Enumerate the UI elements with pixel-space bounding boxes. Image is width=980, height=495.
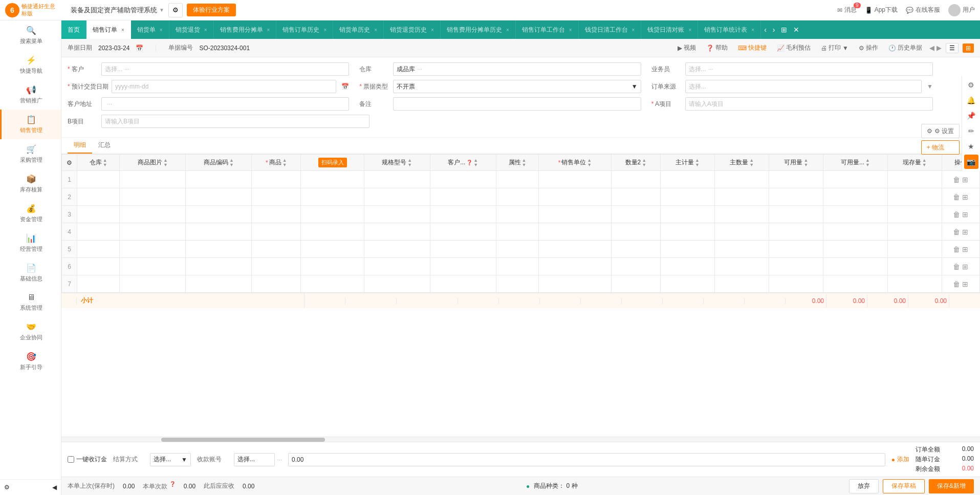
cell-main-qty-3[interactable]	[715, 206, 769, 223]
tab-detail[interactable]: 明细	[68, 138, 92, 154]
cell-warehouse-5[interactable]	[77, 241, 120, 258]
th-main-qty[interactable]: 主数量 ▲▼	[715, 155, 769, 171]
delivery-date-icon[interactable]: 📅	[341, 83, 349, 90]
cell-main-unit-4[interactable]	[660, 223, 714, 241]
cell-warehouse-7[interactable]	[77, 275, 120, 293]
th-qty2[interactable]: 数量2 ▲▼	[611, 155, 660, 171]
cell-available-3[interactable]	[769, 206, 823, 223]
th-spec-type[interactable]: 规格型号 ▲▼	[364, 155, 430, 171]
cell-product-1[interactable]	[252, 171, 301, 188]
tab-prev-button[interactable]: ‹	[761, 26, 770, 34]
settings-float-button[interactable]: ⚙ ⚙ 设置	[921, 124, 960, 138]
cell-available2-3[interactable]	[823, 206, 887, 223]
system-title[interactable]: 装备及固定资产辅助管理系统 ▼	[71, 6, 164, 15]
tab-sales-expense-history[interactable]: 销售费用分摊单历史 ×	[441, 20, 516, 39]
cell-available-4[interactable]	[769, 223, 823, 241]
cell-spec-3[interactable]	[364, 206, 430, 223]
cell-attribute-3[interactable]	[496, 206, 538, 223]
salesperson-input[interactable]: 选择... ···	[685, 62, 933, 76]
cell-current-stock-6[interactable]	[887, 258, 942, 275]
cell-qty2-1[interactable]	[611, 171, 660, 188]
cell-warehouse-4[interactable]	[77, 223, 120, 241]
cell-attribute-2[interactable]	[496, 188, 538, 206]
th-attribute[interactable]: 属性 ▲▼	[496, 155, 538, 171]
cell-warehouse-2[interactable]	[77, 188, 120, 206]
sidebar-collapse-icon[interactable]: ◀	[52, 484, 57, 491]
cell-qty2-6[interactable]	[611, 258, 660, 275]
tab-sales-return-history[interactable]: 销货单历史 ×	[333, 20, 384, 39]
row-delete-6[interactable]: 🗑	[953, 263, 960, 271]
row-delete-7[interactable]: 🗑	[953, 280, 960, 288]
nav-next-button[interactable]: ▶	[937, 44, 942, 52]
tab-close-expense-history[interactable]: ×	[506, 27, 509, 33]
row-copy-5[interactable]: ⊞	[962, 245, 968, 253]
tab-close-workbench[interactable]: ×	[569, 27, 572, 33]
one-click-deposit-check[interactable]	[68, 456, 74, 463]
cell-main-unit-5[interactable]	[660, 241, 714, 258]
row-copy-2[interactable]: ⊞	[962, 193, 968, 201]
cell-main-qty-5[interactable]	[715, 241, 769, 258]
th-available[interactable]: 可用量 ▲▼	[769, 155, 823, 171]
sidebar-item-operations[interactable]: 📊 经营管理	[0, 228, 61, 258]
cell-main-qty-7[interactable]	[715, 275, 769, 293]
cell-available2-6[interactable]	[823, 258, 887, 275]
tab-close-expense-split[interactable]: ×	[267, 27, 270, 33]
discard-button[interactable]: 放弃	[849, 479, 879, 493]
cell-qty2-7[interactable]	[611, 275, 660, 293]
tab-sales-workbench[interactable]: 销售订单工作台 ×	[516, 20, 579, 39]
tab-home[interactable]: 首页	[61, 20, 86, 39]
nav-prev-button[interactable]: ◀	[929, 44, 934, 52]
invoice-type-select[interactable]: 不开票 ▼	[393, 80, 641, 93]
cell-attribute-7[interactable]	[496, 275, 538, 293]
help-button[interactable]: ❓ 帮助	[703, 42, 731, 53]
settlement-method-select[interactable]: 选择... ▼	[150, 453, 191, 466]
row-copy-7[interactable]: ⊞	[962, 280, 968, 288]
delivery-date-input[interactable]: yyyy-mm-dd	[112, 80, 336, 93]
tab-close-cash-daily[interactable]: ×	[632, 27, 635, 33]
add-deposit-button[interactable]: ● 添加	[891, 455, 909, 464]
sidebar-item-purchase[interactable]: 🛒 采购管理	[0, 139, 61, 169]
tab-close-all-button[interactable]: ✕	[790, 26, 802, 34]
user-menu[interactable]: 用户	[948, 4, 975, 16]
sidebar-item-quick-nav[interactable]: ⚡ 快捷导航	[0, 50, 61, 80]
cell-available-5[interactable]	[769, 241, 823, 258]
tab-sales-stats[interactable]: 销售订单统计表 ×	[698, 20, 761, 39]
cell-attribute-1[interactable]	[496, 171, 538, 188]
cell-main-unit-1[interactable]	[660, 171, 714, 188]
cell-main-qty-1[interactable]	[715, 171, 769, 188]
order-source-input[interactable]: 选择...	[685, 80, 922, 93]
b-project-input[interactable]: 请输入B项目	[101, 115, 369, 128]
right-panel-edit[interactable]: ✏	[964, 124, 978, 138]
history-button[interactable]: 🕐 历史单据	[885, 42, 925, 53]
cell-available2-5[interactable]	[823, 241, 887, 258]
cell-attribute-4[interactable]	[496, 223, 538, 241]
cell-main-qty-6[interactable]	[715, 258, 769, 275]
th-product-code[interactable]: 商品编码 ▲▼	[186, 155, 252, 171]
cell-product-7[interactable]	[252, 275, 301, 293]
profit-estimate-button[interactable]: 📈 毛利预估	[774, 42, 814, 53]
right-panel-camera[interactable]: 📷	[964, 155, 978, 169]
grid-view-button[interactable]: ⊞	[963, 44, 974, 53]
cell-product-6[interactable]	[252, 258, 301, 275]
cell-attribute-6[interactable]	[496, 258, 538, 275]
date-picker-icon[interactable]: 📅	[136, 45, 143, 52]
online-service-button[interactable]: 💬 在线客服	[906, 6, 940, 14]
cell-main-unit-7[interactable]	[660, 275, 714, 293]
th-product[interactable]: * 商品 ▲▼	[252, 155, 301, 171]
cell-product-code-4[interactable]	[186, 223, 252, 241]
cell-main-unit-6[interactable]	[660, 258, 714, 275]
cell-qty2-3[interactable]	[611, 206, 660, 223]
tab-close-refund-history[interactable]: ×	[431, 27, 434, 33]
row-delete-1[interactable]: 🗑	[953, 176, 960, 184]
th-settings[interactable]: ⚙	[62, 155, 77, 171]
sidebar-item-basic-info[interactable]: 📄 基础信息	[0, 258, 61, 288]
customer-code-help-icon[interactable]: ❓	[466, 160, 472, 165]
cell-available2-4[interactable]	[823, 223, 887, 241]
horizontal-scrollbar[interactable]	[61, 437, 980, 442]
cell-available-2[interactable]	[769, 188, 823, 206]
cell-warehouse-1[interactable]	[77, 171, 120, 188]
cell-main-qty-4[interactable]	[715, 223, 769, 241]
right-panel-settings[interactable]: ⚙	[964, 78, 978, 92]
cell-product-2[interactable]	[252, 188, 301, 206]
view-video-button[interactable]: ▶ 视频	[674, 42, 699, 53]
